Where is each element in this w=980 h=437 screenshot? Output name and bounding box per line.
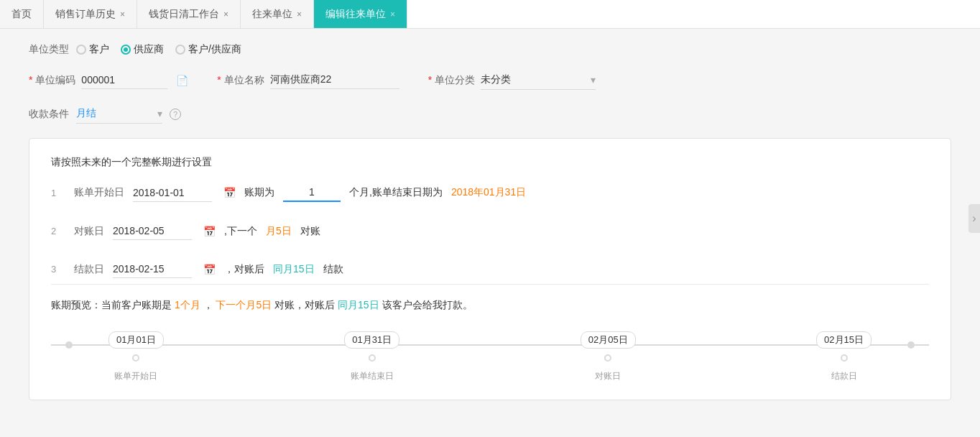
preview-part5: 该客户会给我打款。 xyxy=(382,299,473,310)
preview-part1: 1个月 xyxy=(175,299,200,310)
timeline-node-1: 01月01日 账单开始日 xyxy=(108,331,164,382)
radio-supplier-circle xyxy=(121,45,131,55)
unit-category-label: 单位分类 xyxy=(428,74,475,87)
tab-home-label: 首页 xyxy=(11,8,32,21)
timeline-dot-1 xyxy=(132,354,139,362)
radio-customer-label: 客户 xyxy=(89,43,109,56)
row-num-2: 2 xyxy=(51,226,65,236)
reconcile-highlight: 月5日 xyxy=(266,225,292,238)
tab-edit-partner-label: 编辑往来单位 xyxy=(325,8,386,21)
unit-type-row: 单位类型 客户 供应商 客户/供应商 xyxy=(29,43,951,56)
row-payment-date: 3 结款日 📅 ，对账后 同月15日 结款 xyxy=(51,260,929,278)
row-label-start-date: 账单开始日 xyxy=(74,186,124,199)
tab-partner[interactable]: 往来单位 × xyxy=(241,0,314,28)
timeline-items: 01月01日 账单开始日 01月31日 账单结束日 02月05日 对账日 02月… xyxy=(65,331,915,382)
timeline-left-end xyxy=(65,341,73,349)
help-icon-label: ? xyxy=(173,110,177,119)
row-num-3: 3 xyxy=(51,264,65,275)
preview-part2: 下一个月5日 xyxy=(216,299,272,310)
radio-both-circle xyxy=(175,45,185,55)
period-label-post: 个月,账单结束日期为 xyxy=(349,186,443,199)
row-label-reconcile: 对账日 xyxy=(74,225,104,238)
payment-terms-select[interactable]: 月结 ▾ xyxy=(76,104,162,124)
start-date-calendar-icon[interactable]: 📅 xyxy=(223,187,236,198)
tab-partner-close[interactable]: × xyxy=(297,9,302,19)
unit-name-group: 单位名称 xyxy=(217,71,399,89)
tab-cash-work-label: 钱货日清工作台 xyxy=(149,8,219,21)
reconcile-date-input[interactable] xyxy=(113,222,192,240)
tab-edit-partner-close[interactable]: × xyxy=(390,9,395,19)
tab-edit-partner[interactable]: 编辑往来单位 × xyxy=(314,0,407,28)
chevron-down-icon: ▾ xyxy=(591,74,596,86)
timeline-badge-4: 02月15日 xyxy=(816,331,872,349)
preview-label: 账期预览：当前客户账期是 xyxy=(51,299,172,310)
timeline-right-dot xyxy=(907,341,915,349)
tabs-bar: 首页 销售订单历史 × 钱货日清工作台 × 往来单位 × 编辑往来单位 × xyxy=(0,0,980,29)
help-icon[interactable]: ? xyxy=(170,109,181,120)
unit-code-input[interactable] xyxy=(81,71,167,89)
timeline-dot-2 xyxy=(369,354,376,362)
start-date-input[interactable] xyxy=(133,184,212,202)
period-label-pre: 账期为 xyxy=(244,186,274,199)
tab-home[interactable]: 首页 xyxy=(0,0,44,28)
row-reconcile-date: 2 对账日 📅 ,下一个 月5日 对账 xyxy=(51,222,929,240)
radio-both[interactable]: 客户/供应商 xyxy=(175,43,241,56)
radio-supplier[interactable]: 供应商 xyxy=(121,43,164,56)
row-label-payment: 结款日 xyxy=(74,263,104,276)
preview-part3: 对账，对账后 xyxy=(274,299,335,310)
timeline-left-dot xyxy=(65,341,73,349)
tab-cash-work[interactable]: 钱货日清工作台 × xyxy=(137,0,241,28)
timeline-container: 01月01日 账单开始日 01月31日 账单结束日 02月05日 对账日 02月… xyxy=(51,331,929,382)
timeline-sublabel-1: 账单开始日 xyxy=(114,370,157,382)
timeline-badge-1: 01月01日 xyxy=(108,331,164,349)
unit-code-group: 单位编码 📄 xyxy=(29,71,188,89)
tab-partner-label: 往来单位 xyxy=(252,8,292,21)
payment-terms-label: 收款条件 xyxy=(29,108,69,121)
unit-code-icon[interactable]: 📄 xyxy=(176,75,188,86)
timeline-dot-4 xyxy=(841,354,848,362)
expand-arrow-icon: › xyxy=(972,212,976,225)
payment-suffix: 结款 xyxy=(323,263,343,276)
period-input[interactable] xyxy=(283,183,341,202)
timeline-sublabel-2: 账单结束日 xyxy=(351,370,394,382)
unit-category-group: 单位分类 未分类 ▾ xyxy=(428,70,596,90)
section-instruction: 请按照未来的一个完整帐期进行设置 xyxy=(51,156,929,169)
unit-type-label: 单位类型 xyxy=(29,43,69,56)
payment-date-input[interactable] xyxy=(113,260,192,278)
payment-date-calendar-icon[interactable]: 📅 xyxy=(203,264,216,275)
tab-cash-work-close[interactable]: × xyxy=(223,9,228,19)
radio-group-unit-type: 客户 供应商 客户/供应商 xyxy=(76,43,241,56)
payment-prefix: ，对账后 xyxy=(224,263,264,276)
payment-terms-value: 月结 xyxy=(76,107,96,120)
unit-info-row: 单位编码 📄 单位名称 单位分类 未分类 ▾ xyxy=(29,70,951,90)
expand-panel-button[interactable]: › xyxy=(969,204,980,233)
tab-sales-history-label: 销售订单历史 xyxy=(55,8,116,21)
unit-code-label: 单位编码 xyxy=(29,74,75,87)
radio-customer[interactable]: 客户 xyxy=(76,43,109,56)
settings-section: 请按照未来的一个完整帐期进行设置 1 账单开始日 📅 账期为 个月,账单结束日期… xyxy=(29,138,951,400)
timeline-right-end xyxy=(907,341,915,349)
radio-supplier-label: 供应商 xyxy=(134,43,164,56)
timeline-node-2: 01月31日 账单结束日 xyxy=(344,331,399,382)
period-end-date: 2018年01月31日 xyxy=(451,186,526,199)
timeline-node-4: 02月15日 结款日 xyxy=(816,331,872,382)
timeline-node-3: 02月05日 对账日 xyxy=(581,331,636,382)
row-start-date: 1 账单开始日 📅 账期为 个月,账单结束日期为 2018年01月31日 xyxy=(51,183,929,202)
unit-category-select[interactable]: 未分类 ▾ xyxy=(481,70,596,90)
tab-sales-history-close[interactable]: × xyxy=(120,9,125,19)
tab-sales-history[interactable]: 销售订单历史 × xyxy=(44,0,137,28)
timeline-dot-3 xyxy=(604,354,611,362)
timeline-sublabel-3: 对账日 xyxy=(595,370,621,382)
payment-terms-chevron-icon: ▾ xyxy=(157,108,162,119)
section-divider xyxy=(51,284,929,285)
reconcile-prefix: ,下一个 xyxy=(224,225,257,238)
payment-highlight: 同月15日 xyxy=(273,263,315,276)
radio-both-label: 客户/供应商 xyxy=(188,43,241,56)
preview-text: 账期预览：当前客户账期是 1个月 ， 下一个月5日 对账，对账后 同月15日 该… xyxy=(51,296,929,314)
preview-part4: 同月15日 xyxy=(338,299,379,310)
reconcile-date-calendar-icon[interactable]: 📅 xyxy=(203,226,216,237)
payment-terms-row: 收款条件 月结 ▾ ? xyxy=(29,104,951,124)
unit-name-input[interactable] xyxy=(270,71,399,89)
unit-category-value: 未分类 xyxy=(481,73,511,86)
row-num-1: 1 xyxy=(51,188,65,198)
